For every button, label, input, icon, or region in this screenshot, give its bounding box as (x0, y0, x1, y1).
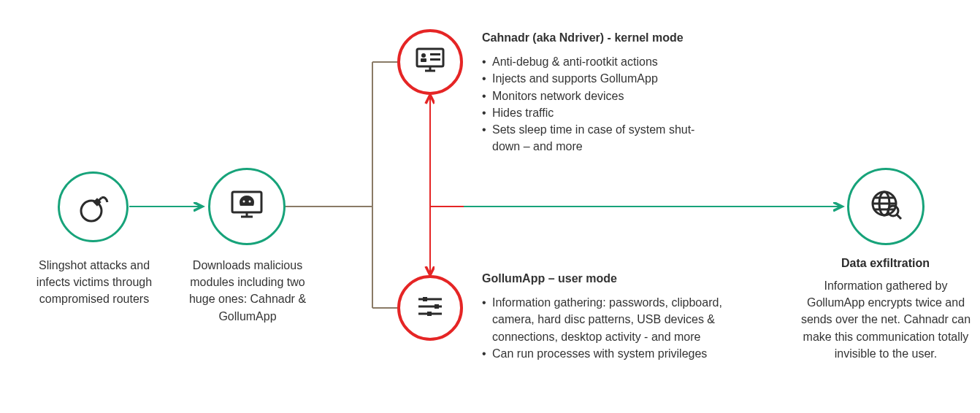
cahnadr-bullet: Injects and supports GollumApp (482, 70, 708, 87)
download-label: Downloads malicious modules including tw… (183, 257, 313, 325)
diagram-stage: Slingshot attacks and infects victims th… (0, 0, 980, 413)
exfil-title: Data exfiltration (803, 257, 968, 270)
entry-label: Slingshot attacks and infects victims th… (28, 257, 161, 308)
cahnadr-bullet: Monitors network devices (482, 88, 708, 104)
monitor-malware-icon (226, 185, 267, 228)
id-monitor-icon (413, 43, 448, 81)
svg-point-18 (421, 53, 426, 58)
svg-point-13 (243, 201, 245, 203)
cahnadr-node (397, 29, 463, 95)
svg-line-34 (897, 215, 901, 219)
gollum-node (397, 275, 463, 341)
svg-rect-19 (421, 58, 426, 62)
cahnadr-title: Cahnadr (aka Ndriver) - kernel mode (482, 29, 708, 46)
svg-rect-25 (423, 297, 427, 301)
globe-search-icon (865, 185, 906, 228)
svg-rect-21 (430, 58, 440, 61)
gollum-title: GollumApp – user mode (482, 270, 730, 287)
svg-rect-15 (417, 49, 443, 66)
svg-rect-20 (430, 53, 440, 55)
svg-rect-26 (435, 304, 439, 309)
gollum-column: GollumApp – user mode Information gather… (482, 270, 730, 362)
svg-rect-27 (427, 312, 432, 316)
cahnadr-bullet: Anti-debug & anti-rootkit actions (482, 53, 708, 70)
bomb-icon (75, 188, 112, 227)
download-node (208, 168, 286, 245)
entry-node (58, 171, 129, 242)
sliders-icon (413, 289, 448, 327)
cahnadr-bullet: Sets sleep time in case of system shut-d… (482, 121, 708, 155)
gollum-list: Information gathering: passwords, clipbo… (482, 294, 730, 362)
cahnadr-list: Anti-debug & anti-rootkit actions Inject… (482, 53, 708, 155)
exfil-desc: Information gathered by GollumApp encryp… (798, 277, 973, 362)
cahnadr-column: Cahnadr (aka Ndriver) - kernel mode Anti… (482, 29, 708, 155)
cahnadr-bullet: Hides traffic (482, 104, 708, 121)
gollum-bullet: Can run processes with system privileges (482, 345, 730, 362)
exfil-node (847, 168, 925, 245)
svg-point-14 (249, 201, 251, 203)
gollum-bullet: Information gathering: passwords, clipbo… (482, 294, 730, 345)
